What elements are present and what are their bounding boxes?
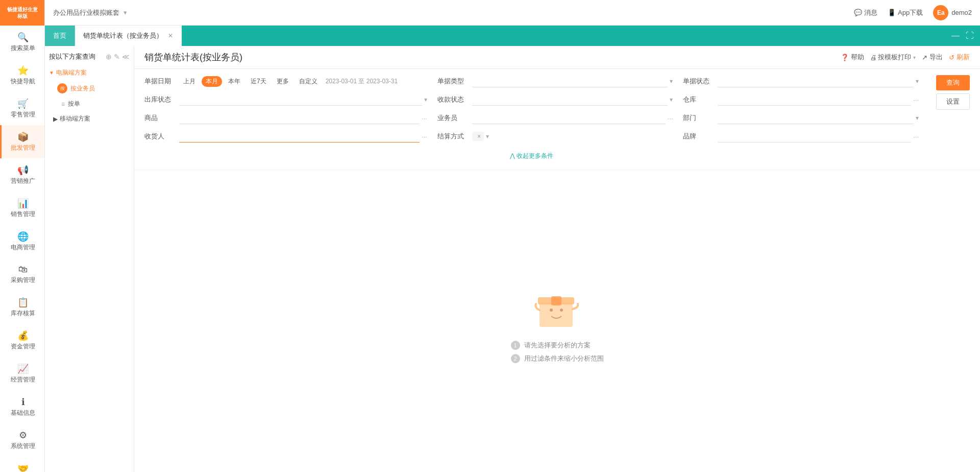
logo: 畅捷通好生意标版 [0, 0, 44, 26]
salesperson-input[interactable] [472, 112, 666, 124]
content-wrapper: 按以下方案查询 ⊕ ✎ ≪ ▼ 电脑端方案 按 按业务员 ≡ [45, 46, 980, 472]
scheme-item-by-order[interactable]: ≡ 按单 [45, 97, 134, 111]
sidebar-item-sales[interactable]: 📊 销售管理 [0, 192, 44, 225]
app-download-btn[interactable]: 📱 App下载 [888, 8, 923, 17]
sidebar-item-retail[interactable]: 🛒 零售管理 [0, 92, 44, 125]
collect-status-input[interactable] [472, 93, 668, 106]
sidebar-item-purchase[interactable]: 🛍 采购管理 [0, 258, 44, 291]
tab-minimize-btn[interactable]: — [949, 29, 962, 42]
help-btn[interactable]: ❓ 帮助 [841, 53, 864, 62]
ecommerce-icon: 🌐 [2, 231, 44, 242]
quick-nav-icon: ⭐ [2, 65, 44, 76]
scheme-group-mobile-header[interactable]: ▶ 移动端方案 [45, 111, 134, 126]
scheme-item-by-salesperson[interactable]: 按 按业务员 [45, 80, 134, 97]
tab-bar-actions: — ⛶ [949, 29, 980, 42]
warehouse-input[interactable] [718, 93, 911, 106]
date-tab-custom[interactable]: 自定义 [295, 76, 322, 87]
sidebar-item-label: 营销推广 [11, 177, 35, 184]
brand-input[interactable] [718, 130, 911, 143]
payment-chevron-icon[interactable]: ▾ [486, 133, 489, 140]
doc-status-chevron-icon[interactable]: ▾ [916, 78, 919, 85]
tab-sales-stat[interactable]: 销货单统计表（按业务员） ✕ [75, 26, 182, 46]
help-label: 帮助 [851, 53, 864, 62]
empty-hint-2: 2 用过滤条件来缩小分析范围 [511, 354, 604, 363]
empty-icon [532, 279, 583, 331]
message-btn[interactable]: 💬 消息 [854, 8, 877, 17]
system-icon: ⚙ [2, 430, 44, 441]
doc-status-input[interactable] [718, 75, 914, 87]
sidebar-item-label: 经营管理 [11, 376, 35, 383]
salesperson-label: 业务员 [437, 113, 468, 123]
sidebar-item-label: 销售管理 [11, 210, 35, 218]
refresh-btn[interactable]: ↺ 刷新 [949, 53, 970, 62]
filter-doc-type: 单据类型 ▾ [427, 75, 673, 87]
sidebar-item-ecommerce[interactable]: 🌐 电商管理 [0, 225, 44, 258]
desktop-group-label: 电脑端方案 [56, 68, 87, 77]
top-bar-left: 办公用品行业模拟账套 ▾ [53, 8, 127, 17]
date-tab-more[interactable]: 更多 [273, 76, 293, 87]
date-tab-this-year[interactable]: 本年 [224, 76, 244, 87]
brand-dots-icon[interactable]: ··· [913, 133, 919, 140]
goods-input[interactable] [179, 112, 420, 124]
export-btn[interactable]: ↗ 导出 [922, 53, 943, 62]
export-label: 导出 [929, 53, 943, 62]
filter-row-2: 出库状态 ▾ 收款状态 ▾ 仓库 ··· [144, 93, 919, 106]
sidebar-item-basic[interactable]: ℹ 基础信息 [0, 390, 44, 423]
date-tab-last-month[interactable]: 上月 [179, 76, 200, 87]
page-title: 销货单统计表(按业务员) [144, 51, 242, 63]
sidebar-item-wholesale[interactable]: 📦 批发管理 [0, 125, 44, 158]
print-btn[interactable]: 🖨 按模板打印 ▾ [870, 53, 916, 62]
user-area[interactable]: Ea demo2 [933, 5, 972, 20]
empty-illustration [532, 279, 583, 331]
tab-home[interactable]: 首页 [45, 26, 75, 46]
export-icon: ↗ [922, 54, 927, 61]
add-scheme-icon[interactable]: ⊕ [106, 53, 112, 61]
tab-maximize-btn[interactable]: ⛶ [964, 29, 976, 42]
sidebar-item-inventory[interactable]: 📋 库存核算 [0, 291, 44, 324]
filter-out-status: 出库状态 ▾ [144, 93, 427, 106]
receiver-input[interactable] [179, 130, 420, 143]
sidebar-item-label: 采购管理 [11, 276, 35, 284]
scheme-group-desktop-header[interactable]: ▼ 电脑端方案 [45, 65, 134, 80]
sidebar-item-marketing[interactable]: 📢 营销推广 [0, 158, 44, 192]
doc-type-label: 单据类型 [437, 77, 468, 86]
tab-close-icon[interactable]: ✕ [168, 32, 173, 39]
filter-doc-status: 单据状态 ▾ [673, 75, 919, 87]
filter-dept: 部门 ▾ [673, 112, 919, 124]
date-tab-7days[interactable]: 近7天 [247, 76, 271, 87]
warehouse-dots-icon[interactable]: ··· [913, 96, 919, 104]
dept-input[interactable] [718, 112, 914, 124]
sidebar-item-enterprise[interactable]: 🤝 企业协同 [0, 457, 44, 472]
settings-btn[interactable]: 设置 [936, 93, 970, 110]
dropdown-arrow-icon[interactable]: ▾ [124, 9, 127, 16]
dept-chevron-icon[interactable]: ▾ [916, 114, 919, 122]
date-range: 2023-03-01 至 2023-03-31 [326, 77, 398, 86]
goods-dots-icon[interactable]: ··· [422, 114, 427, 122]
scheme-group-desktop: ▼ 电脑端方案 按 按业务员 ≡ 按单 [45, 65, 134, 111]
doc-type-input[interactable] [472, 75, 668, 87]
scheme-panel: 按以下方案查询 ⊕ ✎ ≪ ▼ 电脑端方案 按 按业务员 ≡ [45, 46, 134, 472]
payment-tag-clear-btn[interactable]: × [477, 133, 481, 140]
refresh-label: 刷新 [957, 53, 970, 62]
collapse-scheme-icon[interactable]: ≪ [122, 53, 130, 61]
collapse-btn[interactable]: ⋀ 收起更多条件 [144, 149, 919, 163]
message-label: 消息 [864, 8, 877, 17]
salesperson-dots-icon[interactable]: ··· [668, 114, 673, 122]
sidebar-item-finance[interactable]: 💰 资金管理 [0, 324, 44, 357]
receiver-dots-icon[interactable]: ··· [422, 133, 427, 140]
edit-scheme-icon[interactable]: ✎ [114, 53, 120, 61]
sidebar-item-operations[interactable]: 📈 经营管理 [0, 357, 44, 390]
date-tab-this-month[interactable]: 本月 [202, 76, 222, 87]
sidebar-item-system[interactable]: ⚙ 系统管理 [0, 423, 44, 457]
scheme-item-salesperson-label: 按业务员 [70, 84, 95, 93]
app-icon: 📱 [888, 9, 896, 16]
sidebar-item-label: 快捷导航 [11, 78, 35, 85]
purchase-icon: 🛍 [2, 264, 44, 275]
out-status-input[interactable] [179, 93, 422, 106]
sidebar-item-quick-nav[interactable]: ⭐ 快捷导航 [0, 59, 44, 92]
query-btn[interactable]: 查询 [936, 75, 970, 90]
main-area: 办公用品行业模拟账套 ▾ 💬 消息 📱 App下载 Ea demo2 首页 [45, 0, 980, 472]
filter-row-4: 收货人 ··· 结算方式 × ▾ 品牌 [144, 130, 919, 143]
operations-icon: 📈 [2, 363, 44, 374]
sidebar-item-search-menu[interactable]: 🔍 搜索菜单 [0, 26, 44, 59]
